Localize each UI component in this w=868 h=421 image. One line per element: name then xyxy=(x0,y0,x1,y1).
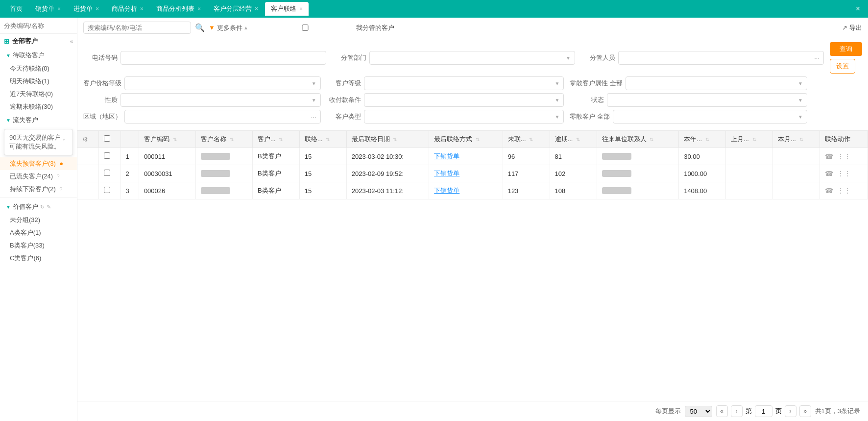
row-checkbox-2[interactable] xyxy=(98,182,121,199)
sidebar-item-lost-already[interactable]: 已流失客户(24) ? xyxy=(0,170,77,183)
manager-select[interactable]: ··· xyxy=(618,51,824,65)
sidebar-search-input[interactable] xyxy=(4,22,77,29)
tab-purchase[interactable]: 进货单 × xyxy=(68,2,105,16)
next-page-button[interactable]: › xyxy=(785,405,796,417)
sidebar-item-tomorrow[interactable]: 明天待联络(1) xyxy=(0,75,77,88)
action-contact-icon-1[interactable]: ☎ xyxy=(825,170,833,177)
sidebar-item-b-class[interactable]: B类客户(33) xyxy=(0,239,77,252)
action-more-icon-1[interactable]: ⋮⋮ xyxy=(837,170,851,177)
last-date-col-header[interactable]: 最后联络日期 ⇅ xyxy=(346,131,429,148)
close-customer-segment-tab[interactable]: × xyxy=(255,5,258,12)
window-close-button[interactable]: × xyxy=(852,4,864,13)
close-purchase-tab[interactable]: × xyxy=(96,5,99,12)
page-number-input[interactable] xyxy=(755,405,772,417)
action-more-icon-2[interactable]: ⋮⋮ xyxy=(837,187,851,195)
sidebar-item-lost-pred[interactable]: 流失预警客户(3) ● xyxy=(0,157,77,170)
last-month-col-header[interactable]: 上月... ⇅ xyxy=(726,131,773,148)
sidebar-item-ungrouped[interactable]: 未分组(32) xyxy=(0,214,77,226)
checkbox-col-header[interactable] xyxy=(98,131,121,148)
more-conditions-button[interactable]: ▼ 更多条件 ▲ xyxy=(209,24,248,32)
sidebar-group-value[interactable]: ▼ 价值客户 ↻ ✎ xyxy=(0,200,77,214)
search-button[interactable]: 🔍 xyxy=(195,23,205,32)
row-checkbox-input-2[interactable] xyxy=(104,187,110,193)
contact-col-header[interactable]: 联络... ⇅ xyxy=(299,131,346,148)
close-analysis-list-tab[interactable]: × xyxy=(197,5,201,12)
last-method-col-header[interactable]: 最后联络方式 ⇅ xyxy=(429,131,503,148)
sidebar-item-lost-downgrade[interactable]: 持续下滑客户(2) ? xyxy=(0,183,77,196)
settings-button[interactable]: 设置 xyxy=(830,59,855,74)
sidebar-item-week[interactable]: 近7天待联络(0) xyxy=(0,88,77,100)
status-chevron-icon: ▼ xyxy=(798,98,803,103)
row-checkbox-1[interactable] xyxy=(98,165,121,182)
table-body: 1 000011 B类客户 15 2023-03-02 10:30: 下销货单 … xyxy=(77,148,868,199)
row-checkbox-0[interactable] xyxy=(98,148,121,165)
type-col-header[interactable]: 客户... ⇅ xyxy=(252,131,299,148)
status-select[interactable]: ▼ xyxy=(607,93,807,107)
tab-customer-segment[interactable]: 客户分层经营 × xyxy=(208,2,264,16)
row-checkbox-input-1[interactable] xyxy=(104,170,110,176)
price-level-select[interactable]: ▼ xyxy=(124,76,321,90)
close-analysis-tab[interactable]: × xyxy=(140,5,144,12)
sidebar-group-pending[interactable]: ▼ 待联络客户 xyxy=(0,49,77,62)
phone-input[interactable] xyxy=(121,51,326,65)
tab-sales[interactable]: 销货单 × xyxy=(29,2,67,16)
tab-customer-connect[interactable]: 客户联络 × xyxy=(265,2,309,16)
row-name-2 xyxy=(195,182,252,199)
name-col-header[interactable]: 客户名称 ⇅ xyxy=(195,131,252,148)
all-customers-title[interactable]: ⊞ 全部客户 « xyxy=(0,34,77,49)
action-more-icon-0[interactable]: ⋮⋮ xyxy=(837,152,851,160)
row-type-2: B类客户 xyxy=(252,182,299,199)
search-input[interactable] xyxy=(83,22,191,34)
per-page-select[interactable]: 50 100 xyxy=(685,406,712,417)
nature-chevron-icon: ▼ xyxy=(312,98,316,103)
overdue-col-header[interactable]: 逾期... ⇅ xyxy=(550,131,597,148)
uncontacted-col-header[interactable]: 未联... ⇅ xyxy=(503,131,550,148)
dept-chevron-icon: ▼ xyxy=(566,55,571,61)
edit-icon[interactable]: ✎ xyxy=(47,204,51,210)
manager-dots[interactable]: ··· xyxy=(814,54,820,62)
sidebar-group-lost[interactable]: ▼ 流失客户 xyxy=(0,113,77,127)
refresh-icon[interactable]: ↻ xyxy=(40,204,45,210)
row-last-method-0[interactable]: 下销货单 xyxy=(429,148,503,165)
query-button[interactable]: 查询 xyxy=(830,42,862,56)
settings-col-header[interactable]: ⚙ xyxy=(77,131,98,148)
sidebar-item-overdue[interactable]: 逾期未联络(30) xyxy=(0,100,77,113)
payment-select[interactable]: ▼ xyxy=(364,93,564,107)
row-last-method-2[interactable]: 下销货单 xyxy=(429,182,503,199)
export-button[interactable]: ↗ 导出 xyxy=(842,24,862,32)
tab-analysis-list[interactable]: 商品分析列表 × xyxy=(150,2,207,16)
nature-select[interactable]: ▼ xyxy=(121,93,321,107)
unit-contact-col-header[interactable]: 往来单位联系人 ⇅ xyxy=(597,131,679,148)
region-dots[interactable]: ··· xyxy=(311,113,316,121)
this-year-col-header[interactable]: 本年... ⇅ xyxy=(679,131,726,148)
zero-attr-select[interactable]: ▼ xyxy=(626,76,807,90)
my-customers-checkbox-label[interactable]: 我分管的客户 xyxy=(256,24,394,32)
dept-select[interactable]: ▼ xyxy=(369,51,575,65)
last-page-button[interactable]: » xyxy=(799,405,811,417)
row-checkbox-input-0[interactable] xyxy=(104,152,110,159)
customer-type-select[interactable]: ▼ xyxy=(364,110,564,124)
sidebar-item-today[interactable]: 今天待联络(0) xyxy=(0,62,77,75)
select-all-checkbox[interactable] xyxy=(104,135,110,142)
tab-home[interactable]: 首页 xyxy=(4,2,28,16)
tab-analysis[interactable]: 商品分析 × xyxy=(106,2,149,16)
zero-customer-select[interactable]: ▼ xyxy=(613,110,807,124)
prev-page-button[interactable]: ‹ xyxy=(731,405,743,417)
last-date-sort-icon: ⇅ xyxy=(393,137,397,142)
row-last-month-0 xyxy=(726,148,773,165)
close-customer-connect-tab[interactable]: × xyxy=(299,5,303,12)
code-col-header[interactable]: 客户编码 ⇅ xyxy=(139,131,195,148)
this-month-col-header[interactable]: 本月... ⇅ xyxy=(773,131,820,148)
phone-label: 电话号码 xyxy=(83,53,118,62)
row-last-method-1[interactable]: 下销货单 xyxy=(429,165,503,182)
action-contact-icon-2[interactable]: ☎ xyxy=(825,187,833,195)
sidebar-item-c-class[interactable]: C类客户(6) xyxy=(0,252,77,265)
region-select[interactable]: ··· xyxy=(124,110,321,124)
first-page-button[interactable]: « xyxy=(716,405,728,417)
close-sales-tab[interactable]: × xyxy=(57,5,61,12)
action-contact-icon-0[interactable]: ☎ xyxy=(825,152,833,160)
customer-level-select[interactable]: ▼ xyxy=(364,76,564,90)
sidebar-item-a-class[interactable]: A类客户(1) xyxy=(0,226,77,239)
table-row: 2 00030031 B类客户 15 2023-02-09 19:52: 下销货… xyxy=(77,165,868,182)
my-customers-checkbox[interactable] xyxy=(256,25,354,31)
